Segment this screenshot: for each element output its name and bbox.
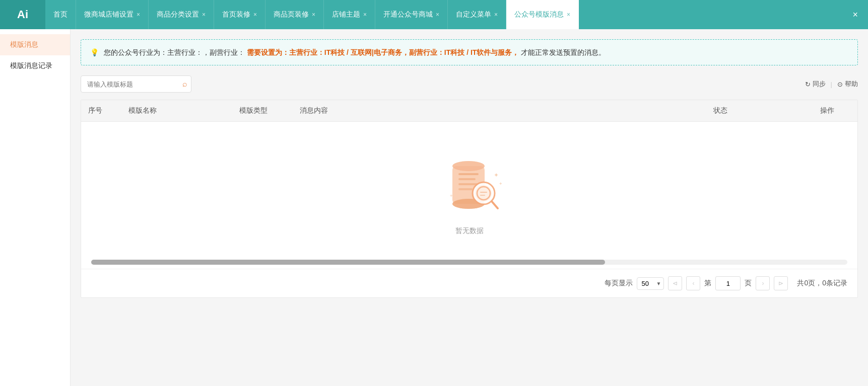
nav-tab-template-msg[interactable]: 公众号模版消息×: [506, 0, 579, 29]
search-right: ↻ 同步 | ⊙ 帮助: [805, 80, 858, 89]
th-name: 模版名称: [121, 100, 232, 121]
search-input-wrap: ⌕: [81, 75, 191, 93]
main-content: 💡 您的公众号行业为：主营行业：，副营行业： 需要设置为：主营行业：IT科技 /…: [71, 29, 868, 386]
nav-tab-open-mall[interactable]: 开通公众号商城×: [375, 0, 448, 29]
page-size-wrap: 50 20 100 ▼: [637, 277, 664, 290]
svg-text:✦: ✦: [494, 172, 499, 179]
next-page-button[interactable]: ›: [756, 276, 770, 290]
svg-rect-8: [458, 188, 473, 190]
table-header: 序号 模版名称 模版类型 消息内容 状态 操作: [81, 100, 857, 122]
sidebar-item-template-msg-log[interactable]: 模版消息记录: [0, 55, 70, 76]
nav-tab-shop-settings[interactable]: 微商城店铺设置×: [76, 0, 149, 29]
scrollbar-area[interactable]: [91, 260, 847, 265]
sync-icon: ↻: [805, 81, 811, 88]
svg-rect-6: [458, 178, 476, 180]
nav-tab-product-decor[interactable]: 商品页装修×: [265, 0, 324, 29]
page-suffix-label: 页: [745, 279, 752, 288]
close-tab-open-mall[interactable]: ×: [436, 11, 439, 18]
empty-text: 暂无数据: [455, 226, 484, 236]
close-all-button[interactable]: ×: [842, 0, 868, 29]
page-number-input[interactable]: [715, 276, 741, 290]
th-seq: 序号: [81, 100, 121, 121]
layout: 模版消息模版消息记录 💡 您的公众号行业为：主营行业：，副营行业： 需要设置为：…: [0, 29, 868, 386]
page-prefix-label: 第: [704, 279, 711, 288]
svg-point-10: [476, 185, 492, 201]
nav-tab-custom-menu[interactable]: 自定义菜单×: [448, 0, 506, 29]
sync-button[interactable]: ↻ 同步: [805, 80, 826, 89]
search-icon[interactable]: ⌕: [182, 80, 187, 89]
nav-tab-category-settings[interactable]: 商品分类设置×: [149, 0, 214, 29]
top-nav: Ai 首页微商城店铺设置×商品分类设置×首页装修×商品页装修×店铺主题×开通公众…: [0, 0, 868, 29]
close-tab-shop-settings[interactable]: ×: [137, 11, 140, 18]
bulb-icon: 💡: [90, 48, 99, 56]
th-type: 模版类型: [232, 100, 293, 121]
last-page-button[interactable]: ⊳: [774, 276, 788, 290]
nav-tab-home[interactable]: 首页: [45, 0, 76, 29]
close-tab-template-msg[interactable]: ×: [567, 11, 570, 18]
table-container: 序号 模版名称 模版类型 消息内容 状态 操作: [81, 100, 858, 298]
prev-page-button[interactable]: ‹: [686, 276, 700, 290]
svg-line-12: [492, 201, 498, 208]
svg-rect-7: [458, 183, 478, 185]
sidebar: 模版消息模版消息记录: [0, 29, 71, 386]
close-tab-shop-theme[interactable]: ×: [363, 11, 367, 18]
empty-state: ✦ ✦ ✦ 暂无数据: [81, 122, 857, 256]
close-tab-home-decor[interactable]: ×: [253, 11, 257, 18]
nav-tab-shop-theme[interactable]: 店铺主题×: [324, 0, 375, 29]
svg-text:✦: ✦: [449, 193, 453, 198]
close-tab-category-settings[interactable]: ×: [202, 11, 206, 18]
nav-tabs: 首页微商城店铺设置×商品分类设置×首页装修×商品页装修×店铺主题×开通公众号商城…: [45, 0, 842, 29]
brand-logo: Ai: [0, 0, 45, 29]
notice-text-before: 您的公众号行业为：主营行业：，副营行业：: [104, 48, 245, 56]
close-tab-custom-menu[interactable]: ×: [494, 11, 498, 18]
page-size-label: 每页显示: [605, 279, 633, 288]
divider: |: [831, 81, 832, 88]
svg-point-3: [452, 161, 485, 171]
close-tab-product-decor[interactable]: ×: [312, 11, 315, 18]
notice-box: 💡 您的公众号行业为：主营行业：，副营行业： 需要设置为：主营行业：IT科技 /…: [81, 39, 858, 65]
pagination-bar: 每页显示 50 20 100 ▼ ⊲ ‹ 第 页 › ⊳ 共0页，0条记录: [81, 269, 857, 297]
scrollbar-thumb[interactable]: [91, 260, 605, 265]
search-bar: ⌕ ↻ 同步 | ⊙ 帮助: [81, 75, 858, 93]
search-left: ⌕: [81, 75, 191, 93]
help-icon: ⊙: [837, 81, 843, 88]
notice-text-after: 才能正常发送预置的消息。: [521, 48, 606, 56]
page-size-select[interactable]: 50 20 100: [637, 277, 664, 290]
notice-text-highlight: 需要设置为：主营行业：IT科技 / 互联网|电子商务，副营行业：IT科技 / I…: [247, 48, 519, 56]
svg-text:✦: ✦: [499, 181, 503, 186]
th-status: 状态: [706, 100, 797, 121]
search-input[interactable]: [81, 75, 191, 93]
nav-tab-home-decor[interactable]: 首页装修×: [214, 0, 265, 29]
total-label: 共0页，0条记录: [797, 279, 847, 288]
help-button[interactable]: ⊙ 帮助: [837, 80, 858, 89]
first-page-button[interactable]: ⊲: [668, 276, 682, 290]
th-action: 操作: [797, 100, 857, 121]
th-content: 消息内容: [293, 100, 706, 121]
svg-rect-5: [458, 173, 479, 175]
sidebar-item-template-msg[interactable]: 模版消息: [0, 34, 70, 55]
empty-illustration: ✦ ✦ ✦: [439, 152, 500, 217]
